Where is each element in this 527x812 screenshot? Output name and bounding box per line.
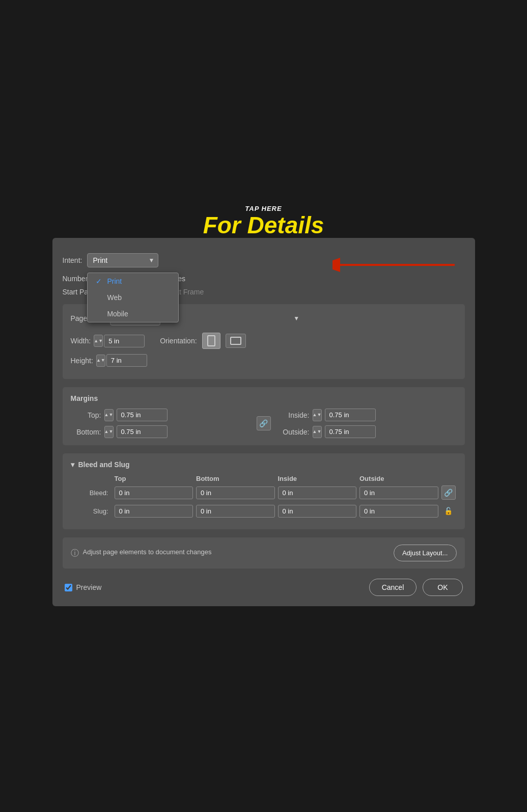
- intent-select[interactable]: Print Web Mobile: [87, 253, 158, 267]
- intent-label: Intent:: [63, 256, 82, 264]
- dialog: Intent: Print Web Mobile ▼ ✓ Print: [52, 238, 475, 606]
- bleed-col-headers: Top Bottom Inside Outside: [71, 475, 457, 482]
- bottom-info: ⓘ Adjust page elements to document chang…: [63, 537, 465, 569]
- orientation-label: Orientation:: [160, 337, 197, 345]
- inside-label: Inside:: [279, 411, 310, 419]
- dropdown-item-web[interactable]: Web: [88, 289, 178, 306]
- slug-outside-input[interactable]: [359, 505, 438, 518]
- width-stepper: ▲▼: [94, 335, 145, 347]
- outer-wrapper: TAP HERE For Details Intent: Print Web M…: [42, 196, 485, 617]
- slug-inside-input[interactable]: [278, 505, 357, 518]
- inside-stepper-btn[interactable]: ▲▼: [313, 409, 322, 421]
- height-stepper: ▲▼: [96, 354, 147, 367]
- intent-dropdown-menu: ✓ Print Web Mobile: [87, 273, 179, 322]
- dialog-footer: Preview Cancel OK: [63, 579, 465, 596]
- outside-label: Outside:: [279, 428, 310, 436]
- width-label: Width:: [71, 337, 91, 345]
- slug-row: Slug: 🔓: [71, 504, 457, 518]
- ok-button[interactable]: OK: [423, 579, 462, 596]
- margins-link-icon[interactable]: 🔗: [257, 416, 271, 430]
- outside-input[interactable]: [325, 425, 376, 438]
- top-label: Top:: [71, 411, 101, 419]
- inside-margin-field: Inside: ▲▼: [279, 409, 457, 421]
- red-arrow-svg: [332, 257, 455, 273]
- cancel-button[interactable]: Cancel: [369, 579, 417, 596]
- bleed-outside-input[interactable]: [359, 486, 438, 499]
- landscape-icon: [230, 336, 241, 345]
- margins-right: Inside: ▲▼ Outside: ▲▼: [279, 409, 457, 438]
- preview-label: Preview: [76, 583, 102, 591]
- margins-left: Top: ▲▼ Bottom: ▲▼: [71, 409, 248, 438]
- empty-check2: [96, 310, 103, 318]
- check-icon: ✓: [96, 277, 103, 285]
- tap-here-text: TAP HERE: [42, 205, 485, 212]
- preview-wrapper: Preview: [65, 583, 102, 591]
- bleed-row: Bleed: 🔗: [71, 485, 457, 500]
- bottom-stepper-btn[interactable]: ▲▼: [104, 426, 114, 438]
- height-input[interactable]: [106, 354, 147, 367]
- slug-top-input[interactable]: [115, 505, 193, 518]
- info-text: Adjust page elements to document changes: [83, 548, 212, 557]
- slug-bottom-input[interactable]: [196, 505, 275, 518]
- height-label: Height:: [71, 357, 93, 365]
- inside-input[interactable]: [325, 409, 376, 421]
- dropdown-item-mobile[interactable]: Mobile: [88, 306, 178, 322]
- bleed-col-outside: Outside: [359, 475, 438, 482]
- top-margin-field: Top: ▲▼: [71, 409, 248, 421]
- dimensions-row: Width: ▲▼ Orientation:: [71, 333, 457, 349]
- intent-select-wrapper[interactable]: Print Web Mobile ▼ ✓ Print Web: [87, 253, 158, 267]
- collapse-icon: ▾: [71, 461, 74, 469]
- slug-label: Slug:: [71, 507, 112, 515]
- bleed-col-inside: Inside: [278, 475, 357, 482]
- height-row: Height: ▲▼: [71, 354, 457, 367]
- slug-unlink-icon[interactable]: 🔓: [441, 504, 456, 518]
- bleed-col-bottom: Bottom: [196, 475, 275, 482]
- landscape-btn[interactable]: [226, 334, 246, 348]
- margins-header: Margins: [71, 394, 457, 402]
- width-stepper-btn[interactable]: ▲▼: [94, 335, 103, 347]
- top-input[interactable]: [117, 409, 168, 421]
- height-stepper-btn[interactable]: ▲▼: [96, 355, 105, 367]
- info-icon: ⓘ: [71, 548, 79, 559]
- bleed-slug-section: ▾ Bleed and Slug Top Bottom Inside Outsi…: [63, 453, 465, 529]
- width-input[interactable]: [104, 335, 145, 347]
- bleed-inside-input[interactable]: [278, 486, 357, 499]
- outside-stepper-btn[interactable]: ▲▼: [313, 426, 322, 438]
- svg-rect-3: [231, 337, 241, 344]
- portrait-icon: [207, 335, 216, 346]
- width-field: Width: ▲▼: [71, 335, 145, 347]
- bottom-label: Bottom:: [71, 428, 101, 436]
- dropdown-item-print[interactable]: ✓ Print: [88, 273, 178, 289]
- svg-rect-2: [208, 336, 215, 346]
- bleed-top-input[interactable]: [115, 486, 193, 499]
- page-size-chevron-icon: ▼: [293, 315, 299, 322]
- bottom-margin-field: Bottom: ▲▼: [71, 425, 248, 438]
- portrait-btn[interactable]: [202, 333, 220, 349]
- bleed-slug-header[interactable]: ▾ Bleed and Slug: [71, 461, 457, 469]
- tap-header[interactable]: TAP HERE For Details: [42, 201, 485, 238]
- bleed-bottom-input[interactable]: [196, 486, 275, 499]
- bleed-col-top: Top: [115, 475, 193, 482]
- margins-section: Margins Top: ▲▼ Bottom: ▲▼: [63, 387, 465, 445]
- intent-row: Intent: Print Web Mobile ▼ ✓ Print: [63, 248, 465, 267]
- bleed-label: Bleed:: [71, 489, 112, 497]
- info-text-wrapper: ⓘ Adjust page elements to document chang…: [71, 548, 385, 559]
- red-arrow-annotation: [332, 257, 455, 273]
- adjust-layout-btn[interactable]: Adjust Layout...: [394, 545, 457, 561]
- height-field: Height: ▲▼: [71, 354, 147, 367]
- top-stepper-btn[interactable]: ▲▼: [104, 409, 114, 421]
- empty-check: [96, 293, 103, 302]
- preview-checkbox[interactable]: [65, 584, 72, 591]
- footer-buttons: Cancel OK: [369, 579, 463, 596]
- outside-margin-field: Outside: ▲▼: [279, 425, 457, 438]
- bottom-input[interactable]: [117, 425, 168, 438]
- bleed-link-icon[interactable]: 🔗: [441, 485, 456, 500]
- for-details-text: For Details: [42, 212, 485, 238]
- orientation-section: Orientation:: [160, 333, 245, 349]
- margins-grid: Top: ▲▼ Bottom: ▲▼ 🔗: [71, 409, 457, 438]
